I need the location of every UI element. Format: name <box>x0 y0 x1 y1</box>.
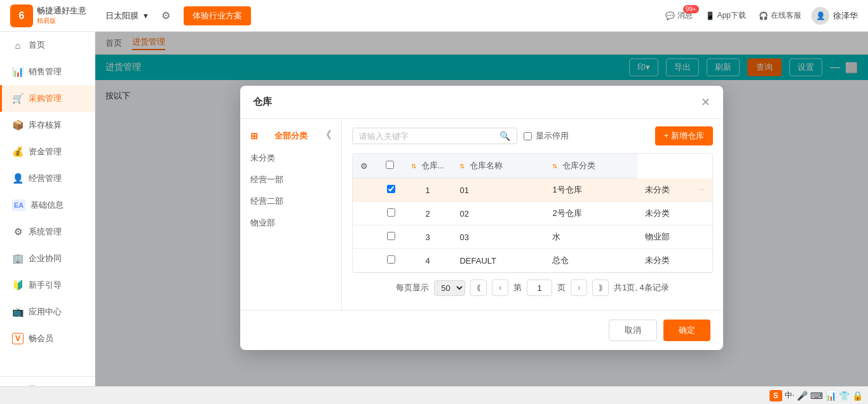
logo-area: 6 基础信息 畅捷通好生意 精易版 <box>10 4 105 27</box>
row-id-2: 3 <box>403 226 452 249</box>
system-icon: ⚙ <box>12 226 24 238</box>
gear-button[interactable]: ⚙ <box>156 6 176 26</box>
add-warehouse-button[interactable]: + 新增仓库 <box>655 126 713 145</box>
headset-icon: 🎧 <box>759 11 768 20</box>
sidebar-item-operations[interactable]: 👤 经营管理 <box>0 165 95 192</box>
row-check-1[interactable] <box>378 202 403 226</box>
first-page-button[interactable]: ⟪ <box>470 279 487 296</box>
per-page-select[interactable]: 50 <box>434 280 465 296</box>
category-item-dept1[interactable]: 经营一部 <box>240 169 341 191</box>
chart-icon[interactable]: 📊 <box>825 391 836 401</box>
sidebar-item-system[interactable]: ⚙ 系统管理 <box>0 219 95 245</box>
sidebar-item-member[interactable]: V 畅会员 <box>0 325 95 352</box>
bottom-icons: S 中· 🎤 ⌨ 📊 👕 🔒 <box>770 390 863 401</box>
sidebar-item-enterprise[interactable]: 🏢 企业协同 <box>0 245 95 272</box>
th-name-label: 仓库名称 <box>470 161 503 170</box>
search-box[interactable]: 🔍 <box>352 128 517 144</box>
row-checkbox-1[interactable] <box>387 208 395 217</box>
prev-page-button[interactable]: ‹ <box>492 279 508 296</box>
table-row[interactable]: 3 03 水 物业部 <box>353 226 712 249</box>
microphone-icon[interactable]: 🎤 <box>797 391 808 401</box>
username: 徐泽华 <box>833 10 858 22</box>
sidebar-item-purchase[interactable]: 🛒 采购管理 <box>0 85 95 112</box>
app-center-icon: 📺 <box>12 306 24 318</box>
online-service-item[interactable]: 🎧 在线客服 <box>759 10 801 21</box>
confirm-button[interactable]: 确定 <box>663 320 710 341</box>
category-item-property[interactable]: 物业部 <box>240 212 341 234</box>
search-input[interactable] <box>359 131 499 141</box>
show-disabled-checkbox[interactable] <box>524 132 532 140</box>
online-service-label: 在线客服 <box>771 10 801 21</box>
sidebar-item-guide[interactable]: 🔰 新手引导 <box>0 272 95 299</box>
modal-close-button[interactable]: ✕ <box>701 97 710 108</box>
collapse-button[interactable]: 《 <box>321 129 331 142</box>
sidebar-label-purchase: 采购管理 <box>29 93 62 104</box>
row-check-0[interactable] <box>378 178 403 202</box>
modal-header: 仓库 ✕ <box>240 86 723 119</box>
app-download-item[interactable]: 📱 App下载 <box>705 10 746 21</box>
total-info: 共1页, 4条记录 <box>614 282 669 293</box>
content-area: 首页 进货管理 进货管理 印▾ 导出 刷新 查询 设置 — ⬜ 按以下 <box>95 32 868 404</box>
sidebar-item-basic-info[interactable]: EA 基础信息 <box>0 192 95 219</box>
notification-badge: 99+ <box>683 5 699 13</box>
row-code-1: 02 <box>452 202 545 226</box>
table-row[interactable]: 4 DEFAULT 总仓 未分类 <box>353 249 712 273</box>
lock-icon[interactable]: 🔒 <box>852 391 863 401</box>
category-item-unclassified[interactable]: 未分类 <box>240 147 341 169</box>
bottom-lang[interactable]: 中· <box>785 390 794 401</box>
select-all-checkbox[interactable] <box>386 161 394 169</box>
sort-code-icon: ⇅ <box>411 163 416 170</box>
sidebar-label-finance: 资金管理 <box>29 146 62 158</box>
row-code-0: 01 <box>452 178 545 202</box>
table-row[interactable]: 2 02 2号仓库 未分类 <box>353 202 712 226</box>
shirt-icon[interactable]: 👕 <box>839 391 850 401</box>
messages-icon-item[interactable]: 💬 消息 99+ <box>665 10 693 21</box>
warehouse-modal: 仓库 ✕ ⊞ 全部分类 《 未分类 经营一部 经营二部 <box>240 86 723 350</box>
row-name-0: 1号仓库 <box>545 178 637 202</box>
sidebar-label-operations: 经营管理 <box>29 173 62 184</box>
trial-button[interactable]: 体验行业方案 <box>184 6 251 25</box>
th-category[interactable]: ⇅ 仓库分类 <box>545 154 637 178</box>
next-page-button[interactable]: › <box>571 279 587 296</box>
row-category-1: 未分类 <box>637 202 712 226</box>
sidebar-item-app-center[interactable]: 📺 应用中心 <box>0 299 95 325</box>
row-dots-0[interactable]: ··· <box>698 184 705 194</box>
cancel-button[interactable]: 取消 <box>609 320 657 341</box>
th-name[interactable]: ⇅ 仓库名称 <box>452 154 545 178</box>
row-checkbox-0[interactable] <box>387 185 395 193</box>
last-page-button[interactable]: ⟫ <box>592 279 609 296</box>
enterprise-icon: 🏢 <box>12 253 24 264</box>
sidebar-item-inventory[interactable]: 📦 库存核算 <box>0 112 95 138</box>
row-check-2[interactable] <box>378 226 403 249</box>
category-item-dept2[interactable]: 经营二部 <box>240 191 341 212</box>
row-check-3[interactable] <box>378 249 403 273</box>
sidebar-item-finance[interactable]: 💰 资金管理 <box>0 138 95 165</box>
avatar: 👤 <box>811 7 829 25</box>
sidebar-label-member: 畅会员 <box>29 333 53 344</box>
message-icon: 💬 <box>665 11 675 20</box>
sidebar-item-home[interactable]: ⌂ 首页 <box>0 32 95 58</box>
modal-toolbar: 🔍 显示停用 + 新增仓库 <box>352 126 713 145</box>
keyboard-icon[interactable]: ⌨ <box>810 391 823 401</box>
table-row[interactable]: 1 01 1号仓库 未分类··· <box>353 178 712 202</box>
top-header: 6 基础信息 畅捷通好生意 精易版 日太阳膜 ▾ ⚙ 体验行业方案 💬 消息 9… <box>0 0 868 32</box>
current-page-input[interactable] <box>527 279 552 296</box>
row-checkbox-3[interactable] <box>387 255 395 264</box>
modal-body: ⊞ 全部分类 《 未分类 经营一部 经营二部 物业部 <box>240 119 723 310</box>
row-gear-1 <box>353 202 378 226</box>
user-area[interactable]: 👤 徐泽华 <box>811 7 858 25</box>
th-code[interactable]: ⇅ 仓库... <box>403 154 452 178</box>
gear-icon[interactable]: ⚙ <box>156 6 176 26</box>
modal-title: 仓库 <box>253 96 272 108</box>
bottom-brand-icon: S <box>770 390 782 401</box>
show-disabled-toggle[interactable]: 显示停用 <box>524 130 569 142</box>
row-category-0: 未分类··· <box>637 178 712 202</box>
main-layout: ⌂ 首页 📊 销售管理 🛒 采购管理 📦 库存核算 💰 资金管理 👤 经营管理 … <box>0 32 868 404</box>
sidebar-label-enterprise: 企业协同 <box>29 253 62 264</box>
row-checkbox-2[interactable] <box>387 232 395 240</box>
dropdown-arrow: ▾ <box>144 11 148 20</box>
sidebar-item-sales[interactable]: 📊 销售管理 <box>0 58 95 85</box>
modal-footer: 取消 确定 <box>240 310 723 350</box>
store-selector[interactable]: 日太阳膜 ▾ <box>105 10 148 22</box>
row-code-3: DEFAULT <box>452 249 545 273</box>
